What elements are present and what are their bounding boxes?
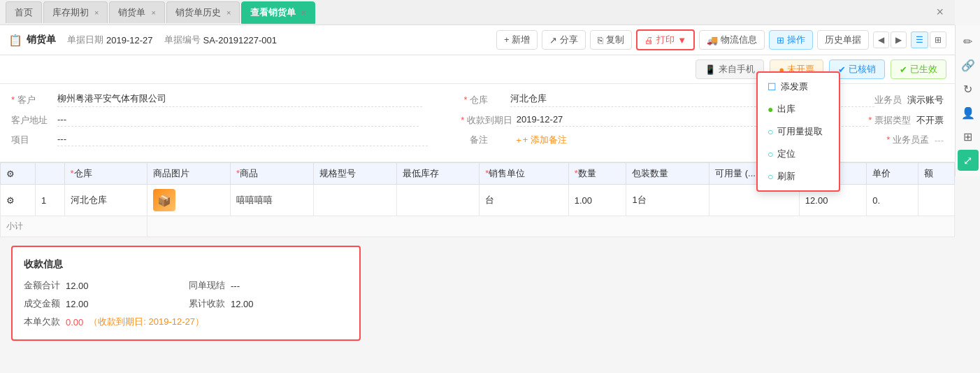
col-unit: *销售单位 [480,163,568,185]
print-button[interactable]: 🖨 打印 ▼ [636,29,695,50]
outbound-label: 出库 [777,103,795,115]
doc-date-label: 单据日期 2019-12-27 [67,34,153,46]
share-button[interactable]: ↗ 分享 [542,30,586,50]
payment-info-section: 收款信息 金额合计 12.00 同单现结 --- 成交金额 12.00 累计收款… [11,246,361,341]
next-button[interactable]: ▶ [891,31,907,48]
locate-icon: ○ [768,148,773,160]
add-invoice-icon: ☐ [768,81,777,92]
add-invoice-item[interactable]: ☐ 添发票 [758,76,839,98]
add-invoice-label: 添发票 [781,80,808,93]
logistics-button[interactable]: 🚚 物流信息 [699,30,765,50]
prev-button[interactable]: ◀ [873,31,889,48]
doc-number-value: SA-20191227-001 [203,35,278,45]
refresh-icon[interactable]: ↻ [958,78,979,99]
grid-view-button[interactable]: ⊞ [930,31,946,48]
add-note-button[interactable]: + + 添加备注 [516,134,567,146]
outbound-item[interactable]: ● 出库 [758,98,839,120]
row-amount [918,185,955,216]
logistics-icon: 🚚 [707,35,718,45]
business-staff-area: * 业务员孟 --- [886,134,944,146]
row-warehouse: 河北仓库 [64,185,147,216]
print-icon: 🖨 [644,35,654,45]
right-sidebar: ✏ 🔗 ↻ 👤 ⊞ ⤢ [955,25,980,176]
table-icon[interactable]: ⊞ [958,126,979,147]
ticket-type-area: * 票据类型 不开票 [868,114,944,127]
available-qty-item[interactable]: ○ 可用量提取 [758,120,839,143]
edit-icon[interactable]: ✏ [958,31,979,52]
deal-amount-item: 成交金额 12.00 [24,297,183,310]
history-button[interactable]: 历史单据 [817,30,869,50]
new-button[interactable]: + 新增 [496,30,538,50]
col-product: *商品 [231,163,314,185]
print-dropdown-icon: ▼ [677,35,686,45]
effective-icon: ✔ [900,64,907,75]
row-settings[interactable]: ⚙ [1,185,36,216]
address-field: 客户地址 --- [11,114,419,127]
nav-arrows: ◀ ▶ [873,31,907,48]
refresh-menu-icon: ○ [768,171,773,182]
col-product-img: 商品图片 [147,163,231,185]
customer-field: * 客户 柳州粤港平安气体有限公司 [11,92,422,107]
tab-view-sales-close[interactable]: × [301,8,305,17]
project-field: 项目 --- [11,134,428,146]
tab-sales-history[interactable]: 销货单历史 × [166,1,240,23]
row-unit: 台 [480,185,568,216]
doc-number-label: 单据编号 SA-20191227-001 [164,34,278,46]
staff-area: 业务员 演示账号 [874,94,944,106]
product-image: 📦 [153,189,175,211]
tab-view-sales[interactable]: 查看销货单 × [241,1,315,24]
tab-sales-history-close[interactable]: × [226,8,231,17]
customer-value: 柳州粤港平安气体有限公司 [57,92,422,107]
tab-inventory-init[interactable]: 库存期初 × [43,1,108,23]
doc-title: 📋 销货单 [8,34,56,47]
due-date-suffix: （收款到期日: 2019-12-27） [89,316,204,328]
total-amount-item: 金额合计 12.00 [24,279,183,292]
view-toggle: ☰ ⊞ [911,31,946,48]
row-quantity: 1.00 [568,185,626,216]
available-qty-icon: ○ [768,126,773,137]
tab-bar-close-button[interactable]: × [930,5,949,20]
cumulative-payment-value: 12.00 [231,299,254,309]
tab-inventory-label: 库存期初 [52,6,89,19]
address-value: --- [57,114,419,127]
row-spec [313,185,396,216]
col-spec: 规格型号 [313,163,396,185]
operations-dropdown: ☐ 添发票 ● 出库 ○ 可用量提取 ○ 定位 ○ 刷新 [756,71,840,192]
tab-sales-order-close[interactable]: × [151,8,155,17]
add-note-icon: + [516,135,521,146]
mobile-icon: 📱 [705,64,716,75]
link-icon[interactable]: 🔗 [958,55,979,76]
subtotal-row: 小计 [1,216,955,237]
deal-amount-value: 12.00 [66,299,89,309]
cumulative-payment-item: 累计收款 12.00 [189,297,348,310]
copy-button[interactable]: ⎘ 复制 [590,30,632,50]
row-num: 1 [35,185,64,216]
copy-icon: ⎘ [598,35,603,45]
col-package-qty: 包装数量 [626,163,709,185]
row-package-qty: 1台 [626,185,709,216]
list-view-button[interactable]: ☰ [911,31,928,48]
effective-status-button[interactable]: ✔ 已生效 [891,59,946,79]
tab-home-label: 首页 [15,6,33,19]
col-price: 单价 [867,163,918,185]
user-icon[interactable]: 👤 [958,102,979,123]
tab-inventory-close[interactable]: × [94,8,99,17]
mobile-button[interactable]: 📱 来自手机 [696,59,764,79]
tab-sales-order[interactable]: 销货单 × [109,1,164,23]
doc-meta: 单据日期 2019-12-27 单据编号 SA-20191227-001 [67,34,277,46]
ticket-type-value: 不开票 [916,114,944,127]
payment-info-title: 收款信息 [24,258,348,271]
expand-icon[interactable]: ⤢ [958,150,979,171]
refresh-item[interactable]: ○ 刷新 [758,165,839,188]
operations-button[interactable]: ⊞ 操作 [769,30,813,50]
locate-label: 定位 [777,148,795,160]
col-settings[interactable]: ⚙ [1,163,36,185]
col-warehouse: *仓库 [64,163,147,185]
payment-info-grid: 金额合计 12.00 同单现结 --- 成交金额 12.00 累计收款 12.0… [24,279,348,328]
col-min-stock: 最低库存 [396,163,480,185]
tab-sales-history-label: 销货单历史 [175,6,221,19]
col-amount: 额 [918,163,955,185]
locate-item[interactable]: ○ 定位 [758,143,839,165]
due-amount-value: 0.00 [66,317,83,328]
tab-home[interactable]: 首页 [6,1,42,23]
